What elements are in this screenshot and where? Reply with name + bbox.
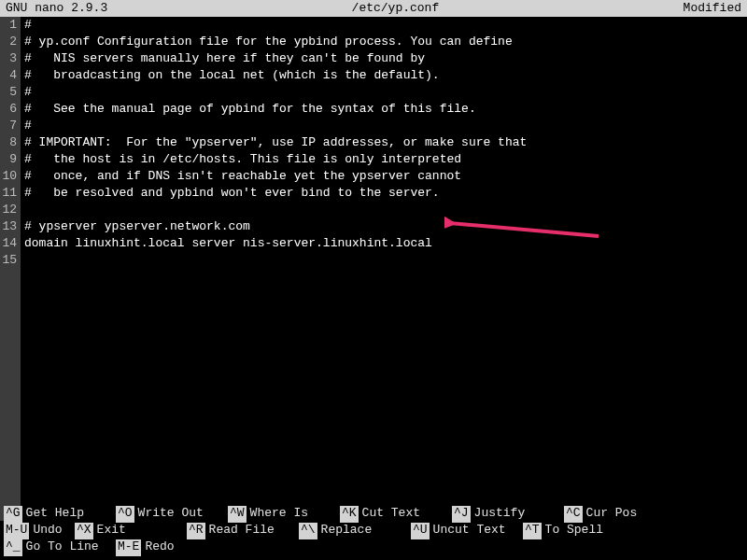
code-line[interactable]: # xyxy=(24,118,747,134)
code-line[interactable]: # xyxy=(24,84,747,101)
shortcut-item[interactable]: ^RRead File xyxy=(187,523,299,539)
shortcut-key: ^R xyxy=(187,523,205,539)
shortcut-item[interactable]: ^UUncut Text xyxy=(411,523,523,539)
code-line[interactable] xyxy=(24,202,747,218)
shortcut-label: Justify xyxy=(471,506,526,523)
shortcut-label: Replace xyxy=(317,523,373,539)
shortcut-label: Redo xyxy=(141,539,174,556)
app-name: GNU nano 2.9.3 xyxy=(6,1,107,16)
shortcut-label: Cur Pos xyxy=(583,506,638,523)
shortcut-item[interactable]: M-ERedo xyxy=(116,539,187,556)
code-line[interactable]: # once, and if DNS isn't reachable yet t… xyxy=(24,168,747,185)
shortcut-label: Cut Text xyxy=(359,506,420,523)
shortcut-item[interactable]: ^JJustify xyxy=(452,506,564,523)
shortcut-key: ^W xyxy=(228,506,247,523)
shortcut-bar: ^GGet Help^OWrite Out^WWhere Is^KCut Tex… xyxy=(0,506,747,556)
shortcut-key: ^_ xyxy=(4,539,22,556)
line-number: 6 xyxy=(0,101,17,118)
shortcut-key: ^K xyxy=(340,506,359,523)
code-line[interactable]: domain linuxhint.local server nis-server… xyxy=(24,235,747,252)
shortcut-key: ^X xyxy=(75,523,93,539)
shortcut-label: To Spell xyxy=(542,523,603,539)
line-number: 4 xyxy=(0,67,17,84)
shortcut-item[interactable]: ^GGet Help xyxy=(4,506,116,523)
shortcut-label: Uncut Text xyxy=(430,523,506,539)
shortcut-key: ^U xyxy=(411,523,430,539)
shortcut-key: ^J xyxy=(452,506,471,523)
line-number: 14 xyxy=(0,235,17,252)
shortcut-item[interactable]: ^_Go To Line xyxy=(4,539,116,556)
line-number: 12 xyxy=(0,202,17,218)
line-number: 8 xyxy=(0,134,17,151)
shortcut-label: Get Help xyxy=(22,506,84,523)
shortcut-label: Where Is xyxy=(247,506,308,523)
line-number: 13 xyxy=(0,218,17,235)
code-line[interactable]: # broadcasting on the local net (which i… xyxy=(24,67,747,84)
code-line[interactable]: # IMPORTANT: For the "ypserver", use IP … xyxy=(24,134,747,151)
line-gutter: 123456789101112131415 xyxy=(0,17,21,521)
shortcut-item[interactable]: ^WWhere Is xyxy=(228,506,340,523)
shortcut-item[interactable]: ^\Replace xyxy=(299,523,411,539)
shortcut-item[interactable]: ^XExit xyxy=(75,523,187,539)
line-number: 5 xyxy=(0,84,17,101)
shortcut-label: Read File xyxy=(205,523,275,539)
shortcut-key: ^C xyxy=(564,506,583,523)
shortcut-key: M-E xyxy=(116,539,141,556)
code-line[interactable]: # xyxy=(24,17,747,34)
shortcut-item[interactable]: ^OWrite Out xyxy=(116,506,228,523)
line-number: 9 xyxy=(0,151,17,168)
line-number: 15 xyxy=(0,252,17,269)
titlebar: GNU nano 2.9.3 /etc/yp.conf Modified xyxy=(0,0,747,17)
shortcut-label: Exit xyxy=(93,523,126,539)
shortcut-item[interactable]: ^CCur Pos xyxy=(564,506,676,523)
line-number: 2 xyxy=(0,34,17,50)
code-line[interactable]: # the host is in /etc/hosts. This file i… xyxy=(24,151,747,168)
line-number: 3 xyxy=(0,50,17,67)
shortcut-key: M-U xyxy=(4,523,29,539)
code-line[interactable]: # See the manual page of ypbind for the … xyxy=(24,101,747,118)
shortcut-key: ^\ xyxy=(299,523,317,539)
line-number: 11 xyxy=(0,185,17,202)
line-number: 10 xyxy=(0,168,17,185)
status-label: Modified xyxy=(684,1,741,16)
shortcut-item[interactable]: M-UUndo xyxy=(4,523,75,539)
shortcut-label: Go To Line xyxy=(22,539,99,556)
shortcut-label: Write Out xyxy=(134,506,204,523)
line-number: 1 xyxy=(0,17,17,34)
shortcut-item[interactable]: ^TTo Spell xyxy=(523,523,635,539)
code-line[interactable]: # NIS servers manually here if they can'… xyxy=(24,50,747,67)
shortcut-item[interactable]: ^KCut Text xyxy=(340,506,452,523)
code-line[interactable]: # be resolved and ypbind won't ever bind… xyxy=(24,185,747,202)
shortcut-key: ^G xyxy=(4,506,22,523)
shortcut-key: ^O xyxy=(116,506,134,523)
shortcut-label: Undo xyxy=(29,523,62,539)
editor-area[interactable]: 123456789101112131415 ## yp.conf Configu… xyxy=(0,17,747,521)
line-number: 7 xyxy=(0,118,17,134)
file-name: /etc/yp.conf xyxy=(107,1,683,16)
editor-content[interactable]: ## yp.conf Configuration file for the yp… xyxy=(21,17,747,521)
shortcut-key: ^T xyxy=(523,523,542,539)
code-line[interactable] xyxy=(24,252,747,269)
code-line[interactable]: # yp.conf Configuration file for the ypb… xyxy=(24,34,747,50)
code-line[interactable]: # ypserver ypserver.network.com xyxy=(24,218,747,235)
